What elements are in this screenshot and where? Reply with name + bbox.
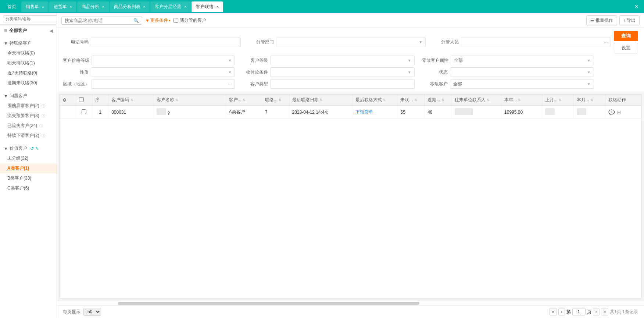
sidebar-item-7days[interactable]: 近7天待联络(0) — [0, 68, 57, 78]
export-btn[interactable]: ↑ 导出 — [619, 15, 640, 25]
filter-field-status: 状态 ▼ — [422, 67, 594, 77]
tab-analysis-close[interactable]: × — [102, 5, 104, 9]
filter-input-dept[interactable]: ▼ — [276, 38, 426, 47]
sidebar-item-hoard[interactable]: 囤购异常客户(2) ⓘ — [0, 101, 57, 111]
col-code[interactable]: 客户编码 ⇅ — [108, 95, 154, 106]
sidebar-group-problem[interactable]: ▼ 问题客户 — [0, 91, 57, 101]
sidebar-item-churn-warn[interactable]: 流失预警客户(3) ⓘ — [0, 111, 57, 121]
sidebar-item-c-class[interactable]: C类客户(6) — [0, 183, 57, 193]
col-last-method[interactable]: 最后联络方式 ⇅ — [352, 95, 397, 106]
row-checkbox[interactable] — [82, 109, 86, 114]
col-uncontact[interactable]: 未联... ⇅ — [397, 95, 425, 106]
filter-input-nature[interactable]: ▼ — [91, 67, 235, 77]
batch-op-btn[interactable]: ☰ 批量操作 — [586, 15, 617, 25]
filter-search-input[interactable] — [65, 18, 132, 23]
tab-customer-contact-close[interactable]: × — [217, 5, 219, 9]
row-unit-contact — [451, 106, 501, 119]
tab-analysis-list[interactable]: 商品分析列表 × — [110, 1, 150, 12]
tab-purchase-close[interactable]: × — [70, 5, 72, 9]
col-this-month[interactable]: 本月... ⇅ — [573, 95, 605, 106]
col-this-year[interactable]: 本年... ⇅ — [501, 95, 542, 106]
filter-input-manager[interactable]: ··· — [461, 38, 611, 47]
tab-customer-contact[interactable]: 客户联络 × — [192, 1, 223, 12]
refresh-icon[interactable]: ↺ — [30, 146, 34, 151]
tab-sales-close[interactable]: × — [42, 5, 44, 9]
tab-customer-mgmt[interactable]: 客户分层经营 × — [150, 1, 191, 12]
filter-label-retail-attr: 零散客户属性 — [422, 57, 448, 64]
prev-page-btn[interactable]: ‹ — [558, 308, 565, 315]
close-all-tabs[interactable]: × — [632, 3, 641, 10]
tab-sales[interactable]: 销售单 × — [21, 1, 49, 12]
row-check[interactable] — [76, 106, 92, 119]
filter-input-retail-attr[interactable]: 全部 ▼ — [451, 56, 594, 65]
horizontal-scrollbar[interactable] — [118, 302, 419, 305]
sidebar-group-value[interactable]: ▼ 价值客户 ↺ ✎ — [0, 144, 57, 153]
settings-btn[interactable]: 设置 — [614, 43, 638, 53]
filter-field-manager: 分管人员 ··· — [433, 38, 611, 47]
my-customer-checkbox[interactable]: 我分管的客户 — [173, 17, 206, 24]
col-gear[interactable]: ⚙ — [60, 95, 76, 106]
tab-customer-mgmt-close[interactable]: × — [184, 5, 186, 9]
sidebar-item-ungroup[interactable]: 未分组(32) — [0, 153, 57, 163]
sidebar-item-churned[interactable]: 已流失客户(24) ⓘ — [0, 121, 57, 131]
sidebar-collapse-icon[interactable]: ◀ — [50, 28, 53, 33]
row-last-method[interactable]: 下销货单 — [352, 106, 397, 119]
col-contact-count[interactable]: 联络... ⇅ — [262, 95, 289, 106]
chat-icon[interactable]: 💬 — [608, 109, 615, 115]
col-last-date[interactable]: 最后联络日期 ⇅ — [289, 95, 352, 106]
first-page-btn[interactable]: « — [549, 308, 557, 315]
row-uncontact: 55 — [397, 106, 425, 119]
filter-input-phone[interactable] — [91, 38, 241, 47]
sidebar-item-a-class[interactable]: A类客户(1) — [0, 163, 57, 173]
filter-input-status[interactable]: ▼ — [450, 67, 594, 77]
filter-field-payment: 收付款条件 ▼ — [242, 67, 414, 77]
arrow-down-icon: ▼ — [4, 41, 8, 46]
info-icon-4: ⓘ — [42, 133, 45, 138]
sidebar-item-declining[interactable]: 持续下滑客户(2) ⓘ — [0, 131, 57, 141]
adv-filter-row-2: 客户价格等级 ▼ 客户等级 ▼ 零散客户属性 全部 — [63, 56, 638, 65]
col-check[interactable] — [76, 95, 92, 106]
filter-input-payment[interactable]: ▼ — [270, 67, 414, 77]
action-icons: 💬 ⊞ — [608, 109, 638, 115]
tab-purchase[interactable]: 进货单 × — [49, 1, 76, 12]
sidebar-item-tomorrow[interactable]: 明天待联络(1) — [0, 58, 57, 68]
my-customer-check[interactable] — [173, 18, 178, 23]
filter-search-icon[interactable]: 🔍 — [133, 18, 139, 23]
edit-icon[interactable]: ✎ — [35, 146, 39, 151]
sidebar-item-today[interactable]: 今天待联络(0) — [0, 48, 57, 58]
tab-purchase-label: 进货单 — [54, 4, 67, 10]
sidebar-header: ⊞ 全部客户 ◀ — [0, 25, 57, 37]
col-unit-contact[interactable]: 往来单位联系人 ⇅ — [451, 95, 501, 106]
qr-icon[interactable]: ⊞ — [617, 109, 621, 115]
page-num-input[interactable] — [572, 308, 586, 315]
sidebar-item-overdue[interactable]: 逾期未联络(30) — [0, 78, 57, 88]
sidebar-item-churn-warn-label: 流失预警客户(3) — [7, 113, 39, 119]
tab-customer-mgmt-label: 客户分层经营 — [155, 4, 181, 10]
sidebar-search-input[interactable] — [3, 15, 57, 22]
tab-analysis[interactable]: 商品分析 × — [77, 1, 109, 12]
filter-input-cust-level[interactable]: ▼ — [270, 56, 414, 65]
filter-field-retail: 零散客户 全部 ▼ — [422, 79, 594, 89]
col-cust-type[interactable]: 客户... ⇅ — [226, 95, 262, 106]
more-conditions-btn[interactable]: ▼ 更多条件 ▾ — [145, 17, 171, 24]
more-conditions-label: 更多条件 — [150, 17, 168, 24]
tab-home[interactable]: 首页 — [3, 1, 21, 12]
last-page-btn[interactable]: » — [601, 308, 609, 315]
search-btn[interactable]: 查询 — [614, 31, 638, 41]
filter-input-retail-attr-value: 全部 — [454, 57, 463, 64]
filter-input-price-level[interactable]: ▼ — [92, 56, 235, 65]
sidebar-group-pending[interactable]: ▼ 待联络客户 — [0, 38, 57, 48]
tab-analysis-list-close[interactable]: × — [143, 5, 146, 9]
select-all-checkbox[interactable] — [79, 97, 84, 102]
sidebar-item-churned-label: 已流失客户(24) — [7, 123, 37, 129]
filter-input-cust-type[interactable] — [270, 79, 414, 89]
row-last-method-link[interactable]: 下销货单 — [355, 109, 373, 114]
page-size-select[interactable]: 50 — [83, 308, 101, 316]
next-page-btn[interactable]: › — [593, 308, 600, 315]
sidebar-item-b-class[interactable]: B类客户(33) — [0, 173, 57, 183]
filter-input-retail[interactable]: 全部 ▼ — [450, 79, 594, 89]
filter-input-region[interactable]: ··· — [92, 79, 235, 89]
col-overdue[interactable]: 逾期... ⇅ — [425, 95, 452, 106]
col-name[interactable]: 客户名称 ⇅ — [154, 95, 226, 106]
col-last-month[interactable]: 上月... ⇅ — [542, 95, 573, 106]
